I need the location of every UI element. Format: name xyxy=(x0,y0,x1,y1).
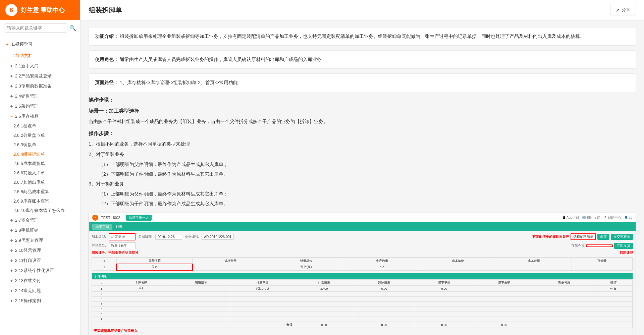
sim-titlebar: 6 TEST-H002 新增单据一天 📱 App下载 ⚙️ 初始设置 ❓ 帮助中… xyxy=(89,213,636,222)
sim-topbar: 新增单据 列表 xyxy=(89,222,636,231)
sim-content: 加工类型: 组装单据 单据日期: 2019-12-26 单据编号: AD-201… xyxy=(89,231,636,335)
ops-title: 操作步骤： xyxy=(89,97,636,103)
search-button[interactable]: 🔍 xyxy=(69,25,76,31)
sidebar-item-video-learning[interactable]: ＋ 1.视频学习 xyxy=(0,39,80,50)
plus-icon: ＋ xyxy=(9,258,15,263)
sidebar-item-transfer[interactable]: 2.6.3调拨单 xyxy=(0,140,80,150)
sim-col-avail: 可选量 xyxy=(572,258,632,264)
sub-step-2-2: （2）下部明细为子件明细，最终作为原材料生成其它出库单。 xyxy=(89,170,636,179)
sidebar-item-faq[interactable]: ＋ 2.14常见问题 xyxy=(0,286,80,296)
table-row: 1 米1 代(元+元) 30.00 6.00 0.00 xyxy=(92,286,633,292)
sim-label-id: 单据编号: xyxy=(185,234,199,239)
sim-lcol-cost-amt: 成本金额 xyxy=(474,280,534,286)
sim-cell-cost xyxy=(420,264,496,270)
path-text: 1、库存核算->库存管理->组装拆卸单 2、首页->常用功能 xyxy=(120,80,238,85)
sim-label-date: 单据日期: xyxy=(138,234,153,239)
role-box: 使用角色： 通常由生产人员或库管人员完成拆装业务的操作，库管人员确认原材料的出库… xyxy=(89,50,636,69)
sim-lcol-actual-qty: 实际用量 xyxy=(354,280,414,286)
nav-section-1: ＋ 1.视频学习 xyxy=(0,39,80,50)
sim-logo: 6 xyxy=(92,215,98,221)
sim-col-cost: 成本单价 xyxy=(420,258,496,264)
sim-lcol-num: # xyxy=(92,280,111,286)
sidebar-item-inventory[interactable]: － 2.6库存核算 xyxy=(0,111,80,121)
plus-icon: ＋ xyxy=(9,278,15,283)
search-input[interactable] xyxy=(4,23,67,33)
plus-icon: ＋ xyxy=(9,248,15,253)
sim-field-unit: 数量 5元/件 xyxy=(109,242,136,249)
sim-help-icon: ❓ 帮助中心 xyxy=(603,215,621,220)
sim-tab-new: 新增单据 xyxy=(92,224,112,230)
sub-step-3-1: （1）上部明细为父件明细，最终作为原材料生成其它出库单； xyxy=(89,189,636,199)
sim-bom-btn: 选择配料清单 xyxy=(571,233,596,240)
sim-cell-count: 1.0 xyxy=(344,264,420,270)
sidebar-item-inventory-query[interactable]: 2.6.9库存账本查询 xyxy=(0,197,80,206)
sim-col-qty: 计量单位 xyxy=(268,258,344,264)
sim-annotation-enable: 启用处理 xyxy=(620,250,633,255)
sidebar-item-other-out[interactable]: 2.6.7其他出库单 xyxy=(0,178,80,187)
sidebar-item-stocktake[interactable]: 2.6.1盘点单 xyxy=(0,121,80,131)
sidebar-item-online-pay[interactable]: ＋ 2.13在线支付 xyxy=(0,276,80,286)
minus-icon: － xyxy=(9,114,15,119)
sidebar-item-newbie[interactable]: ＋ 2.1新手入门 xyxy=(0,61,80,71)
sim-ui: 6 TEST-H002 新增单据一天 📱 App下载 ⚙️ 初始设置 ❓ 帮助中… xyxy=(89,213,636,335)
sidebar-item-other-in[interactable]: 2.6.6其他入库单 xyxy=(0,168,80,178)
sidebar-item-print[interactable]: ＋ 2.11打印设置 xyxy=(0,256,80,266)
screenshot-inner: 6 TEST-H002 新增单据一天 📱 App下载 ⚙️ 初始设置 ❓ 帮助中… xyxy=(89,213,636,335)
sidebar-item-help-docs[interactable]: － 2.帮助文档 xyxy=(0,50,80,61)
sidebar-item-cost-adjust[interactable]: 2.6.5成本调整单 xyxy=(0,159,80,168)
sidebar-item-cases[interactable]: ＋ 2.15操作案例 xyxy=(0,296,80,306)
content-area: 功能介绍： 组装拆卸单用来处理企业组装或拆卸等加工业务，支持有固定装配清单的产品… xyxy=(80,20,644,335)
sim-cell-total xyxy=(496,264,572,270)
minus-icon: － xyxy=(5,53,9,59)
plus-icon: ＋ xyxy=(9,73,15,78)
sim-upper-table: # 父件名称 规格型号 计量单位 生产数量 成本单价 成本金额 可选量 xyxy=(92,257,633,271)
sidebar-item-operation[interactable]: ＋ 2.10经营管理 xyxy=(0,245,80,256)
sidebar-item-partial-stocktake[interactable]: 2.6.2分量盘点单 xyxy=(0,131,80,140)
sim-annotation-enable-text: 启用处理 xyxy=(620,251,633,255)
sidebar-item-install[interactable]: ＋ 2.2产品安装及登录 xyxy=(0,71,80,81)
sim-cell-avail xyxy=(572,264,632,270)
table-row: 7 xyxy=(92,317,633,322)
sidebar-item-personalize[interactable]: ＋ 2.12系统个性化设置 xyxy=(0,266,80,276)
plus-icon: ＋ xyxy=(9,63,15,68)
sim-lcol-cost-price: 成本单价 xyxy=(414,280,474,286)
ops-steps-title: 操作步骤： xyxy=(89,130,636,137)
sidebar-item-finance[interactable]: ＋ 2.7资金管理 xyxy=(0,215,80,225)
sidebar-item-sales[interactable]: ＋ 2.4销售管理 xyxy=(0,91,80,101)
sidebar-header: 6 好生意 帮助中心 xyxy=(0,0,80,20)
sidebar-item-assemble-disassemble[interactable]: 2.6.4组装拆卸单 xyxy=(0,150,80,159)
sidebar-item-coupon[interactable]: ＋ 2.9优惠券管理 xyxy=(0,235,80,245)
sim-user-icon: 👤 cc xyxy=(624,216,632,219)
sim-lower-table-header: 子件明细 xyxy=(92,273,633,279)
role-text: 通常由生产人员或库管人员完成拆装业务的操作，库管人员确认原材料的出库和产成品的入… xyxy=(120,57,322,62)
plus-icon: ＋ xyxy=(9,288,15,293)
share-button[interactable]: ↗ 分享 xyxy=(610,5,636,15)
sim-annotation-switch: 组装业务、拆卸业务在这里切换 xyxy=(92,250,139,255)
sim-topicons: 📱 App下载 ⚙️ 初始设置 ❓ 帮助中心 👤 cc xyxy=(562,215,632,220)
table-row: 6 xyxy=(92,312,633,317)
sim-field-type: 组装单据 xyxy=(109,233,136,240)
screenshot-container: 6 TEST-H002 新增单据一天 📱 App下载 ⚙️ 初始设置 ❓ 帮助中… xyxy=(89,213,636,335)
step-1: 1、根据不同的业务，选择不同单据的类型来处理 xyxy=(89,139,636,149)
sim-label-type: 加工类型: xyxy=(92,234,106,239)
plus-icon: ＋ xyxy=(9,238,15,243)
sidebar-item-cost-recalc[interactable]: 2.6.8商品成本重算 xyxy=(0,187,80,197)
sim-cell-num: 1 xyxy=(92,264,117,270)
sim-cell-qty: 预估(元) xyxy=(268,264,344,270)
sim-field-warehouse xyxy=(586,244,613,247)
table-footer: 合计 0.00 0.00 0.00 0.00 xyxy=(92,322,633,328)
plus-icon: ＋ xyxy=(9,83,15,89)
sidebar-item-inventory-error[interactable]: 2.6.10库存账本错了怎么办 xyxy=(0,206,80,215)
plus-icon: ＋ xyxy=(9,104,15,109)
path-label: 页面路径： xyxy=(95,80,118,85)
sim-app-icon: 📱 App下载 xyxy=(562,215,579,220)
role-label: 使用角色： xyxy=(95,57,118,62)
share-icon: ↗ xyxy=(616,8,620,13)
sim-col-spec: 规格型号 xyxy=(193,258,268,264)
sidebar-item-data-prep[interactable]: ＋ 2.3使用前数据准备 xyxy=(0,81,80,91)
sidebar-item-mobile[interactable]: ＋ 2.8手机旺铺 xyxy=(0,225,80,235)
sim-form-row1: 加工类型: 组装单据 单据日期: 2019-12-26 单据编号: AD-201… xyxy=(92,233,633,240)
sim-annotation-bom: 有装配清单的在这里处理 xyxy=(532,234,569,239)
sidebar-item-purchase[interactable]: ＋ 2.5采购管理 xyxy=(0,101,80,111)
sim-col-name: 父件名称 xyxy=(116,258,192,264)
